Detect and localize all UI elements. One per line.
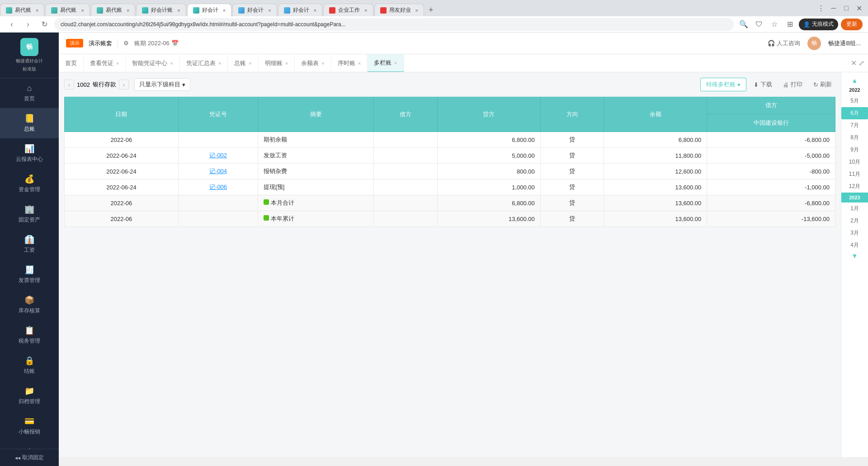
sidebar-pin-toggle[interactable]: ◂◂ 取消固定 xyxy=(0,449,59,466)
tab-seq-ledger[interactable]: 序时账 × xyxy=(331,54,368,72)
update-button[interactable]: 更新 xyxy=(841,19,863,30)
reload-button[interactable]: ↻ xyxy=(38,18,51,31)
tab-home[interactable]: 首页 xyxy=(59,54,84,72)
sidebar-item-archive[interactable]: 📁 归档管理 xyxy=(0,381,59,411)
sidebar-item-settings[interactable]: ⚙ 基础设置 xyxy=(0,441,59,449)
period-selector[interactable]: 账期 2022-06 📅 xyxy=(134,39,179,47)
refresh-button[interactable]: ↻ 刷新 xyxy=(810,78,835,91)
tab-close-1[interactable]: × xyxy=(36,8,38,13)
forward-button[interactable]: › xyxy=(22,18,34,31)
tab-6[interactable]: 好会计 × xyxy=(232,4,277,16)
next-account-button[interactable]: › xyxy=(119,80,129,89)
tab-close-9[interactable]: × xyxy=(415,8,418,13)
tab-close-6[interactable]: × xyxy=(268,8,271,13)
date-nav-down-button[interactable]: ▼ xyxy=(848,251,862,260)
tab-multi-col[interactable]: 多栏账 × xyxy=(368,54,404,72)
date-nav-oct-2022[interactable]: 10月 xyxy=(841,156,868,168)
tab-voucher-view[interactable]: 查看凭证 × xyxy=(84,54,126,72)
tab-8[interactable]: 企业工作 × xyxy=(323,4,373,16)
date-nav-up-button[interactable]: ▲ xyxy=(848,76,862,85)
tab-1[interactable]: 易代账 × xyxy=(0,4,44,16)
sub-filter-dropdown[interactable]: 只显示下级科目 ▾ xyxy=(134,78,190,91)
sidebar-item-tax[interactable]: 📋 税务管理 xyxy=(0,320,59,350)
tab-9[interactable]: 用友好业 × xyxy=(374,4,424,16)
close-panel-button[interactable]: ✕ xyxy=(851,59,857,67)
date-nav-jun-2022[interactable]: 6月 xyxy=(841,107,868,119)
sidebar-item-reports[interactable]: 📊 云报表中心 xyxy=(0,138,59,169)
date-nav-nov-2022[interactable]: 11月 xyxy=(841,168,868,180)
tab-voucher-summary[interactable]: 凭证汇总表 × xyxy=(180,54,228,72)
refresh-label: 刷新 xyxy=(820,80,832,89)
tab-close-3[interactable]: × xyxy=(127,8,129,13)
voucher-link[interactable]: 记-004 xyxy=(209,168,227,174)
archive-icon: 📁 xyxy=(24,386,34,396)
tab-smart-voucher[interactable]: 智能凭证中心 × xyxy=(126,54,179,72)
date-nav-jan-2023[interactable]: 1月 xyxy=(841,202,868,215)
bottom-scrollbar[interactable] xyxy=(59,457,868,466)
star-button[interactable]: ☆ xyxy=(768,18,781,31)
url-input[interactable]: cloud2.chanjet.com/accounting/uh26t264j5… xyxy=(54,18,734,31)
sidebar-toggle[interactable]: ⊞ xyxy=(783,18,796,31)
sidebar-item-general[interactable]: 📒 总账 xyxy=(0,108,59,138)
sidebar-item-salary[interactable]: 👔 工资 xyxy=(0,229,59,259)
tab-7[interactable]: 好会计 × xyxy=(278,4,322,16)
date-nav-apr-2023[interactable]: 4月 xyxy=(841,239,868,251)
cell-summary: 发放工资 xyxy=(258,148,374,164)
tab-list-button[interactable]: ⋮ xyxy=(816,3,826,14)
sidebar-item-invoice[interactable]: 🧾 发票管理 xyxy=(0,259,59,290)
tab-smart-voucher-close[interactable]: × xyxy=(170,61,173,66)
date-nav-jul-2022[interactable]: 7月 xyxy=(841,119,868,132)
tab-balance-sheet-close[interactable]: × xyxy=(321,61,324,66)
shield-button[interactable]: 🛡 xyxy=(753,18,765,31)
tab-general-ledger[interactable]: 总账 × xyxy=(228,54,258,72)
tab-4[interactable]: 好会计账 × xyxy=(136,4,186,16)
tab-close-8[interactable]: × xyxy=(364,8,367,13)
tab-voucher-view-close[interactable]: × xyxy=(116,61,119,66)
tab-close-4[interactable]: × xyxy=(177,8,180,13)
maximize-button[interactable]: □ xyxy=(841,3,852,14)
expand-panel-button[interactable]: ⤢ xyxy=(859,59,864,67)
tab-balance-sheet[interactable]: 余额表 × xyxy=(295,54,331,72)
date-nav-aug-2022[interactable]: 8月 xyxy=(841,132,868,144)
tab-2[interactable]: 易代账 × xyxy=(45,4,90,16)
tab-close-7[interactable]: × xyxy=(314,8,316,13)
sidebar-item-funds[interactable]: 💰 资金管理 xyxy=(0,169,59,199)
sidebar-item-home[interactable]: ⌂ 首页 xyxy=(0,78,59,108)
new-tab-button[interactable]: + xyxy=(425,4,437,16)
wupao-mode-button[interactable]: 👤 无痕模式 xyxy=(799,19,838,30)
search-button[interactable]: 🔍 xyxy=(737,18,750,31)
date-nav-feb-2023[interactable]: 2月 xyxy=(841,215,868,227)
cell-balance: 12,600.00 xyxy=(604,164,707,179)
tab-voucher-summary-close[interactable]: × xyxy=(218,61,221,66)
date-nav-sep-2022[interactable]: 9月 xyxy=(841,144,868,156)
date-nav-may-2022[interactable]: 5月 xyxy=(841,95,868,107)
cell-credit: 5,000.00 xyxy=(437,148,540,164)
multi-col-button[interactable]: 特殊多栏账 ▾ xyxy=(700,78,746,91)
tab-detail-ledger-close[interactable]: × xyxy=(285,61,288,66)
tab-general-ledger-close[interactable]: × xyxy=(249,61,251,66)
tab-detail-ledger[interactable]: 明细账 × xyxy=(259,54,295,72)
tab-5[interactable]: 好会计 × xyxy=(187,4,231,16)
tab-seq-ledger-close[interactable]: × xyxy=(358,61,361,66)
date-nav-dec-2022[interactable]: 12月 xyxy=(841,180,868,193)
close-window-button[interactable]: ✕ xyxy=(854,3,864,14)
minimize-button[interactable]: ─ xyxy=(828,3,839,14)
back-button[interactable]: ‹ xyxy=(5,18,18,31)
sidebar-item-expense[interactable]: 💳 小畅报销 xyxy=(0,411,59,441)
download-button[interactable]: ⬇ 下载 xyxy=(750,78,776,91)
tab-multi-col-close[interactable]: × xyxy=(394,60,397,66)
sidebar-item-inventory[interactable]: 📦 库存核算 xyxy=(0,290,59,320)
settings-btn[interactable]: ⚙ xyxy=(123,40,129,47)
print-button[interactable]: 🖨 打印 xyxy=(779,78,806,91)
voucher-link[interactable]: 记-006 xyxy=(209,184,227,190)
url-text: cloud2.chanjet.com/accounting/uh26t264j5… xyxy=(61,21,346,28)
consult-button[interactable]: 🎧 人工咨询 xyxy=(768,39,800,47)
tab-close-2[interactable]: × xyxy=(81,8,84,13)
tab-close-5[interactable]: × xyxy=(223,8,226,13)
sidebar-item-assets[interactable]: 🏢 固定资产 xyxy=(0,199,59,229)
voucher-link[interactable]: 记-002 xyxy=(209,152,227,159)
sidebar-item-close[interactable]: 🔒 结账 xyxy=(0,350,59,381)
tab-3[interactable]: 易代账 × xyxy=(91,4,135,16)
date-nav-mar-2023[interactable]: 3月 xyxy=(841,227,868,239)
prev-account-button[interactable]: ‹ xyxy=(64,80,74,89)
